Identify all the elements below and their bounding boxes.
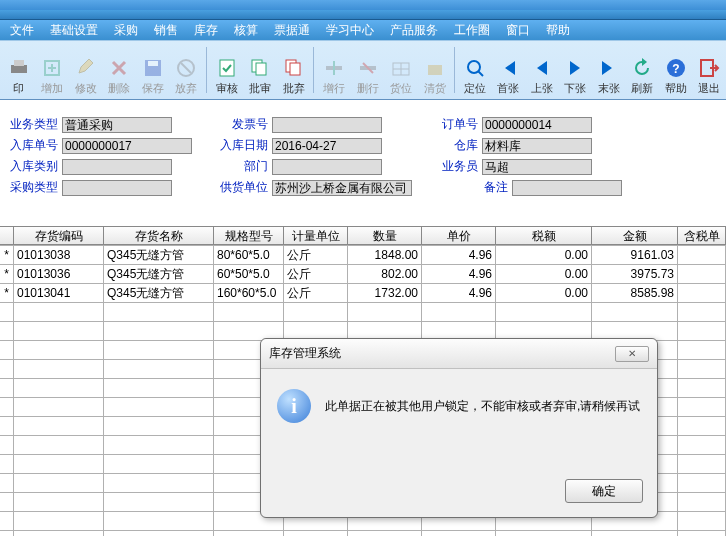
- next-icon: [564, 57, 586, 79]
- toolbar-help[interactable]: ?帮助: [659, 44, 692, 96]
- table-row-empty[interactable]: [0, 531, 726, 536]
- menu-工作圈[interactable]: 工作圈: [448, 20, 496, 41]
- audit-icon: [216, 57, 238, 79]
- print-icon: [8, 57, 30, 79]
- addrow-icon: [323, 57, 345, 79]
- label-incat: 入库类别: [8, 158, 62, 175]
- toolbar-cargo: 清货: [418, 44, 451, 96]
- label-clerk: 业务员: [428, 158, 482, 175]
- toolbar-prev[interactable]: 上张: [525, 44, 558, 96]
- edit-icon: [75, 57, 97, 79]
- label-purtype: 采购类型: [8, 179, 62, 196]
- col-header[interactable]: 金额: [592, 227, 678, 245]
- menubar: 文件基础设置采购销售库存核算票据通学习中心产品服务工作圈窗口帮助: [0, 20, 726, 40]
- toolbar-last[interactable]: 末张: [592, 44, 625, 96]
- col-header[interactable]: 存货名称: [104, 227, 214, 245]
- toolbar-print[interactable]: 印: [2, 44, 35, 96]
- col-header[interactable]: 单价: [422, 227, 496, 245]
- toolbar-batchabandon[interactable]: 批弃: [277, 44, 310, 96]
- table-row[interactable]: *01013041Q345无缝方管160*60*5.0公斤1732.004.96…: [0, 284, 726, 303]
- toolbar: 印增加修改删除保存放弃审核批审批弃增行删行货位清货定位首张上张下张末张刷新?帮助…: [0, 40, 726, 100]
- col-header[interactable]: 计量单位: [284, 227, 348, 245]
- prev-icon: [531, 57, 553, 79]
- field-memo[interactable]: [512, 180, 622, 196]
- toolbar-next[interactable]: 下张: [559, 44, 592, 96]
- field-orderno[interactable]: 0000000014: [482, 117, 592, 133]
- col-header[interactable]: 税额: [496, 227, 592, 245]
- toolbar-abandon: 放弃: [169, 44, 202, 96]
- toolbar-refresh[interactable]: 刷新: [626, 44, 659, 96]
- label-biztype: 业务类型: [8, 116, 62, 133]
- table-row[interactable]: *01013036Q345无缝方管60*50*5.0公斤802.004.960.…: [0, 265, 726, 284]
- toolbar-batchaudit[interactable]: 批审: [243, 44, 276, 96]
- dialog-title: 库存管理系统: [269, 345, 615, 362]
- menu-学习中心[interactable]: 学习中心: [320, 20, 380, 41]
- label-vendor: 供货单位: [218, 179, 272, 196]
- field-biztype[interactable]: 普通采购: [62, 117, 172, 133]
- label-wh: 仓库: [428, 137, 482, 154]
- label-memo: 备注: [478, 179, 512, 196]
- toolbar-slot: 货位: [384, 44, 417, 96]
- field-wh[interactable]: 材料库: [482, 138, 592, 154]
- toolbar-save: 保存: [136, 44, 169, 96]
- label-indate: 入库日期: [218, 137, 272, 154]
- menu-销售[interactable]: 销售: [148, 20, 184, 41]
- label-orderno: 订单号: [428, 116, 482, 133]
- svg-rect-1: [14, 60, 24, 66]
- label-dept: 部门: [218, 158, 272, 175]
- toolbar-locate[interactable]: 定位: [458, 44, 491, 96]
- toolbar-exit[interactable]: 退出: [693, 44, 726, 96]
- exit-icon: [698, 57, 720, 79]
- menu-票据通[interactable]: 票据通: [268, 20, 316, 41]
- toolbar-edit: 修改: [69, 44, 102, 96]
- field-purtype[interactable]: [62, 180, 172, 196]
- toolbar-del: 删除: [102, 44, 135, 96]
- toolbar-add: 增加: [35, 44, 68, 96]
- last-icon: [598, 57, 620, 79]
- field-dept[interactable]: [272, 159, 382, 175]
- menu-库存[interactable]: 库存: [188, 20, 224, 41]
- close-icon[interactable]: ✕: [615, 346, 649, 362]
- col-header[interactable]: 存货编码: [14, 227, 104, 245]
- first-icon: [497, 57, 519, 79]
- col-header[interactable]: 含税单: [678, 227, 726, 245]
- menu-产品服务[interactable]: 产品服务: [384, 20, 444, 41]
- locate-icon: [464, 57, 486, 79]
- menu-基础设置[interactable]: 基础设置: [44, 20, 104, 41]
- batchabandon-icon: [283, 57, 305, 79]
- field-invoice[interactable]: [272, 117, 382, 133]
- form-area: 业务类型普通采购 发票号 订单号0000000014 入库单号000000001…: [0, 100, 726, 212]
- col-header[interactable]: 数量: [348, 227, 422, 245]
- label-invoice: 发票号: [218, 116, 272, 133]
- table-row[interactable]: *01013038Q345无缝方管80*60*5.0公斤1848.004.960…: [0, 246, 726, 265]
- label-inno: 入库单号: [8, 137, 62, 154]
- menu-采购[interactable]: 采购: [108, 20, 144, 41]
- field-incat[interactable]: [62, 159, 172, 175]
- menu-文件[interactable]: 文件: [4, 20, 40, 41]
- toolbar-first[interactable]: 首张: [492, 44, 525, 96]
- menu-帮助[interactable]: 帮助: [540, 20, 576, 41]
- ok-button[interactable]: 确定: [565, 479, 643, 503]
- add-icon: [41, 57, 63, 79]
- field-inno[interactable]: 0000000017: [62, 138, 192, 154]
- save-icon: [142, 57, 164, 79]
- help-icon: ?: [665, 57, 687, 79]
- menu-核算[interactable]: 核算: [228, 20, 264, 41]
- svg-text:?: ?: [672, 62, 679, 76]
- toolbar-audit[interactable]: 审核: [210, 44, 243, 96]
- field-vendor[interactable]: 苏州沙上桥金属有限公司: [272, 180, 412, 196]
- menu-窗口[interactable]: 窗口: [500, 20, 536, 41]
- dialog-message: 此单据正在被其他用户锁定，不能审核或者弃审,请稍候再试: [325, 398, 640, 415]
- svg-rect-6: [220, 60, 234, 76]
- dialog-lock-warning: 库存管理系统 ✕ i 此单据正在被其他用户锁定，不能审核或者弃审,请稍候再试 确…: [260, 338, 658, 518]
- col-header[interactable]: [0, 227, 14, 245]
- svg-rect-0: [11, 65, 27, 73]
- field-clerk[interactable]: 马超: [482, 159, 592, 175]
- table-row-empty[interactable]: [0, 303, 726, 322]
- abandon-icon: [175, 57, 197, 79]
- svg-rect-4: [148, 61, 158, 66]
- cargo-icon: [424, 57, 446, 79]
- toolbar-delrow: 删行: [351, 44, 384, 96]
- col-header[interactable]: 规格型号: [214, 227, 284, 245]
- field-indate[interactable]: 2016-04-27: [272, 138, 382, 154]
